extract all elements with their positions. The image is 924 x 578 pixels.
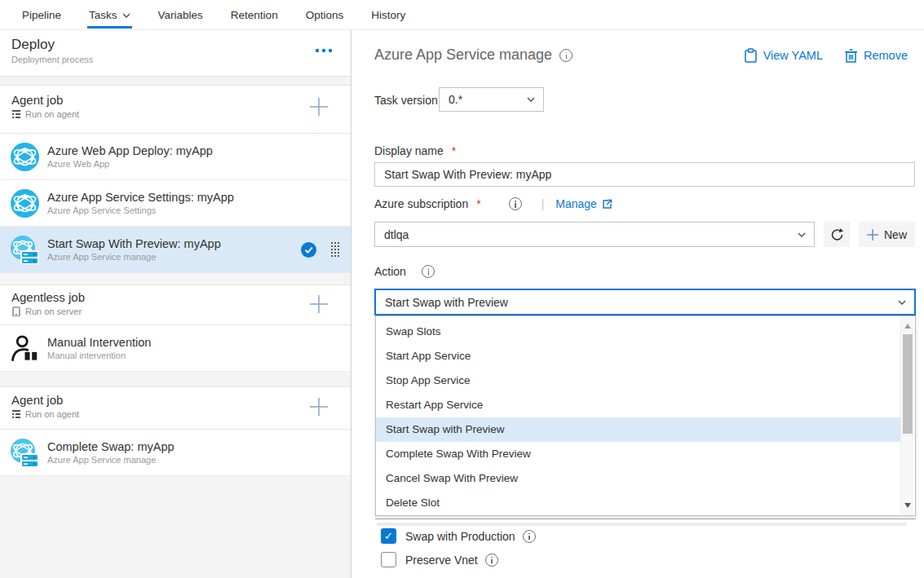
agent-job-header[interactable]: Agent job Run on agent xyxy=(0,85,351,134)
panel-title: Azure App Service manage xyxy=(374,46,552,64)
scrollbar-thumb[interactable] xyxy=(903,334,913,434)
action-label: Action xyxy=(374,265,406,278)
option-start-app-service[interactable]: Start App Service xyxy=(376,344,901,368)
tab-options[interactable]: Options xyxy=(292,0,358,29)
azure-web-app-icon xyxy=(10,142,40,172)
action-label-row: Action xyxy=(374,265,435,278)
process-title: Deploy xyxy=(11,37,339,53)
task-subtitle: Azure App Service Settings xyxy=(47,205,341,215)
task-title: Azure Web App Deploy: myApp xyxy=(47,144,341,157)
underlying-field-shadow xyxy=(377,523,907,526)
top-nav: Pipeline Tasks Variables Retention Optio… xyxy=(0,0,924,30)
task-title: Start Swap With Preview: myApp xyxy=(47,237,294,250)
deploy-process-header[interactable]: Deploy Deployment process xyxy=(0,30,351,77)
task-title: Manual Intervention xyxy=(47,336,341,349)
task-item-azure-web-app-deploy[interactable]: Azure Web App Deploy: myApp Azure Web Ap… xyxy=(0,134,351,180)
swap-with-production-row[interactable]: ✓ Swap with Production xyxy=(381,528,536,544)
panel-title-row: Azure App Service manage xyxy=(374,46,573,64)
task-version-select[interactable]: 0.* xyxy=(439,87,544,112)
info-icon[interactable] xyxy=(523,530,536,543)
tasks-sidebar: Deploy Deployment process Agent job Run … xyxy=(0,30,351,578)
preserve-vnet-row[interactable]: Preserve Vnet xyxy=(381,552,498,567)
chevron-down-icon xyxy=(527,97,535,102)
tab-label: Retention xyxy=(231,9,278,21)
action-select[interactable]: Start Swap with Preview xyxy=(374,289,916,315)
section-gap xyxy=(0,372,351,386)
manage-link[interactable]: Manage xyxy=(555,197,612,210)
info-icon[interactable] xyxy=(509,197,522,210)
job-title: Agent job xyxy=(11,93,339,107)
selected-check-icon xyxy=(301,242,316,258)
option-restart-app-service[interactable]: Restart App Service xyxy=(376,393,901,417)
option-delete-slot[interactable]: Delete Slot xyxy=(376,491,901,515)
tab-retention[interactable]: Retention xyxy=(217,0,292,29)
checkbox-unchecked[interactable] xyxy=(381,552,396,567)
job-subtitle: Run on agent xyxy=(25,409,79,419)
action-value: Start Swap with Preview xyxy=(376,296,898,309)
task-item-start-swap-with-preview[interactable]: Start Swap With Preview: myApp Azure App… xyxy=(0,227,351,273)
add-task-button[interactable] xyxy=(310,98,328,116)
tab-variables[interactable]: Variables xyxy=(144,0,217,29)
option-start-swap-with-preview[interactable]: Start Swap with Preview xyxy=(376,417,901,442)
separator: | xyxy=(542,197,545,210)
agent-icon xyxy=(11,409,21,419)
task-subtitle: Manual intervention xyxy=(47,351,341,360)
info-icon[interactable] xyxy=(559,49,573,62)
underlying-field-edge xyxy=(375,518,916,519)
option-swap-slots[interactable]: Swap Slots xyxy=(376,320,901,344)
info-icon[interactable] xyxy=(485,554,498,567)
new-label: New xyxy=(884,228,907,241)
refresh-icon xyxy=(830,227,844,241)
dropdown-scrollbar[interactable] xyxy=(900,317,914,514)
agent-job-2-header[interactable]: Agent job Run on agent xyxy=(0,386,351,430)
new-subscription-button[interactable]: New xyxy=(859,222,915,247)
manual-intervention-icon xyxy=(10,333,40,364)
view-yaml-button[interactable]: View YAML xyxy=(744,48,823,63)
scroll-down-icon[interactable] xyxy=(904,503,911,508)
tab-label: Options xyxy=(306,9,344,21)
checkbox-checked[interactable]: ✓ xyxy=(381,528,396,544)
task-subtitle: Azure Web App xyxy=(47,159,341,169)
display-name-label: Display name* xyxy=(374,144,456,157)
chevron-down-icon xyxy=(122,13,130,18)
task-title: Complete Swap: myApp xyxy=(47,440,341,453)
subscription-select[interactable]: dtlqa xyxy=(374,222,815,247)
scroll-up-icon[interactable] xyxy=(904,324,911,329)
remove-button[interactable]: Remove xyxy=(844,48,908,63)
add-task-button[interactable] xyxy=(310,295,328,313)
display-name-input[interactable]: Start Swap With Preview: myApp xyxy=(374,162,915,187)
view-yaml-label: View YAML xyxy=(763,49,823,62)
app-service-manage-icon xyxy=(10,438,40,468)
subscription-value: dtlqa xyxy=(375,228,798,241)
option-cancel-swap-with-preview[interactable]: Cancel Swap With Preview xyxy=(376,466,901,491)
more-options-icon[interactable] xyxy=(315,48,333,53)
action-dropdown-list: Swap Slots Start App Service Stop App Se… xyxy=(375,315,916,516)
tab-label: Variables xyxy=(158,9,203,21)
info-icon[interactable] xyxy=(422,265,435,278)
task-item-manual-intervention[interactable]: Manual Intervention Manual intervention xyxy=(0,325,351,372)
task-settings-panel: Azure App Service manage View YAML Remov… xyxy=(352,30,924,578)
task-subtitle: Azure App Service manage xyxy=(47,455,341,465)
add-task-button[interactable] xyxy=(310,398,328,416)
task-item-azure-app-service-settings[interactable]: Azure App Service Settings: myApp Azure … xyxy=(0,180,351,227)
tab-label: History xyxy=(371,9,405,21)
tab-label: Tasks xyxy=(89,9,117,21)
refresh-button[interactable] xyxy=(824,222,850,247)
azure-app-service-settings-icon xyxy=(10,188,40,218)
tab-label: Pipeline xyxy=(22,9,61,21)
chevron-down-icon xyxy=(898,300,906,305)
option-stop-app-service[interactable]: Stop App Service xyxy=(376,368,901,393)
tab-pipeline[interactable]: Pipeline xyxy=(8,0,75,29)
job-subtitle: Run on agent xyxy=(25,109,79,119)
task-item-complete-swap[interactable]: Complete Swap: myApp Azure App Service m… xyxy=(0,430,351,476)
agentless-job-header[interactable]: Agentless job Run on server xyxy=(0,285,351,325)
remove-label: Remove xyxy=(864,49,908,62)
task-version-value: 0.* xyxy=(440,93,527,106)
subscription-label: Azure subscription xyxy=(374,197,468,210)
task-version-label: Task version xyxy=(374,94,438,107)
tab-tasks[interactable]: Tasks xyxy=(75,0,144,29)
drag-handle[interactable] xyxy=(330,241,339,258)
tab-history[interactable]: History xyxy=(357,0,419,29)
option-complete-swap-with-preview[interactable]: Complete Swap With Preview xyxy=(376,442,901,466)
task-title: Azure App Service Settings: myApp xyxy=(47,191,341,204)
